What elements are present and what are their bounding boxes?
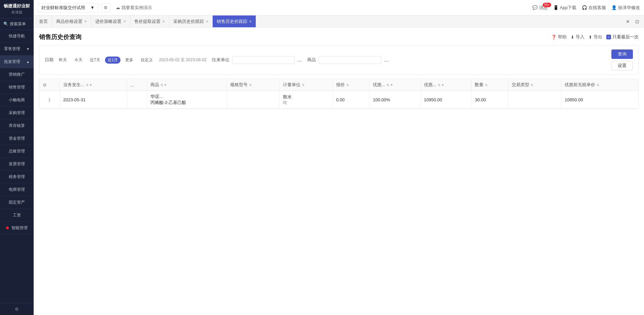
cell-qty: 30.00 — [471, 91, 508, 109]
tab-sales-history[interactable]: 销售历史价跟踪 × — [213, 15, 256, 27]
th-dots-label: ... — [131, 82, 134, 88]
only-last-label: 只看最后一次 — [612, 34, 639, 40]
sort-qty-icon[interactable]: ⇅ — [485, 83, 488, 87]
query-button[interactable]: 查询 — [611, 49, 633, 59]
user-name: 徐泽华修改 — [618, 5, 640, 11]
filter-date-icon[interactable]: ▼ — [89, 83, 93, 87]
version-selector[interactable]: 好业财标准版交付试用 ▼ — [38, 3, 98, 12]
sort-price-icon[interactable]: ⇅ — [346, 83, 349, 87]
source-unit-input[interactable] — [232, 56, 295, 64]
sort-pretax-price-icon[interactable]: ⇅ — [597, 83, 599, 87]
tab-close-price-extract[interactable]: × — [163, 19, 165, 24]
sort-trade-type-icon[interactable]: ⇅ — [531, 83, 533, 87]
table-header: ⚙ 业务发生... ⇅ ▼ ... — [39, 79, 638, 91]
table-row[interactable]: 1 2023-05-31 华谊... 丙烯酸-2-乙基己酯 散水吨 0.00 — [39, 91, 638, 109]
message-icon: 💬 — [532, 5, 538, 10]
table-header-row: ⚙ 业务发生... ⇅ ▼ ... — [39, 79, 638, 91]
cell-num: 1 — [39, 91, 60, 109]
sidebar-item-smart[interactable]: 智能管理 — [0, 222, 34, 235]
source-unit-dots[interactable]: ... — [297, 57, 302, 63]
date-7days[interactable]: 近7天 — [87, 57, 103, 64]
th-price: 报价 ⇅ — [332, 79, 369, 91]
only-last-checkbox[interactable]: ✓ 只看最后一次 — [606, 34, 639, 40]
sort-unit-icon[interactable]: ⇅ — [302, 83, 305, 87]
date-today[interactable]: 今天 — [72, 57, 85, 64]
date-more[interactable]: 更多 — [122, 57, 136, 64]
date-yesterday[interactable]: 昨天 — [56, 57, 70, 64]
sort-date-icon[interactable]: ⇅ — [86, 83, 88, 87]
th-date-label: 业务发生... — [63, 82, 84, 88]
app-download-button[interactable]: 📱 App下载 — [553, 5, 576, 11]
sidebar-item-ledger[interactable]: 总账管理 — [0, 145, 34, 158]
tab-price-settings[interactable]: 商品价格设置 × — [52, 15, 91, 27]
date-1month[interactable]: 近1月 — [105, 57, 121, 64]
page-title: 销售历史价查询 — [39, 33, 81, 41]
sidebar-search[interactable]: 🔍 搜索菜单 — [0, 19, 34, 30]
tab-panel-close-button[interactable]: ✕ — [624, 18, 632, 26]
sort-spec-icon[interactable]: ⇅ — [249, 83, 252, 87]
filter-discount2-icon[interactable]: ▼ — [441, 83, 444, 87]
product-input[interactable] — [319, 56, 381, 64]
retail-label: 零售管理 — [4, 46, 20, 52]
search-label: 搜索菜单 — [10, 21, 26, 27]
sidebar-item-retail[interactable]: 零售管理 ▼ — [0, 43, 34, 56]
sort-discount1-icon[interactable]: ⇅ — [387, 83, 389, 87]
cloud-icon: ☁ — [116, 5, 120, 10]
filter-discount1-icon[interactable]: ▼ — [390, 83, 393, 87]
sidebar-item-quick-nav[interactable]: 快捷导航 — [0, 30, 34, 43]
demo-label: 我要看实例演示 — [121, 5, 152, 11]
demo-button[interactable]: ☁ 我要看实例演示 — [116, 5, 152, 11]
finance-label: 资金管理 — [9, 136, 25, 141]
online-service-button[interactable]: 🎧 在线客服 — [582, 5, 606, 11]
messages-badge: 99+ — [543, 3, 551, 7]
user-profile[interactable]: 👤 徐泽华修改 — [611, 5, 640, 11]
messages-button[interactable]: 💬 消息 99+ — [532, 5, 548, 11]
tab-price-extract[interactable]: 售价提取设置 × — [130, 15, 169, 27]
sidebar-item-purchase[interactable]: 采购管理 — [0, 107, 34, 119]
th-date: 业务发生... ⇅ ▼ — [60, 79, 127, 91]
tab-close-purchase-strategy[interactable]: × — [123, 19, 126, 24]
date-custom[interactable]: 自定义 — [138, 57, 155, 64]
sidebar-item-invoice[interactable]: 发票管理 — [0, 158, 34, 171]
sort-discount2-icon[interactable]: ⇅ — [438, 83, 440, 87]
th-spec-label: 规格型号 — [230, 82, 248, 88]
sidebar-item-inventory[interactable]: 库存核算 — [0, 119, 34, 132]
sidebar-item-tax[interactable]: 税务管理 — [0, 171, 34, 183]
source-unit-label: 往来单位 — [212, 57, 229, 63]
filter-product-icon[interactable]: ▼ — [164, 83, 167, 87]
sidebar-item-finance[interactable]: 资金管理 — [0, 132, 34, 145]
th-discount2-label: 优惠... — [424, 82, 436, 88]
topbar: 好业财标准版交付试用 ▼ ⚙ ☁ 我要看实例演示 💬 消息 99+ 📱 App下… — [34, 0, 644, 15]
smart-dot — [6, 226, 9, 229]
tab-purchase-history[interactable]: 采购历史价跟踪 × — [169, 15, 213, 27]
app-download-label: App下载 — [560, 5, 576, 11]
sidebar-item-payroll[interactable]: 工资 — [0, 209, 34, 222]
sidebar-item-sales[interactable]: 销售管理 — [0, 81, 34, 94]
sidebar-item-marketing[interactable]: 营销推广 — [0, 68, 34, 81]
content-area: 销售历史价查询 ❓ 帮助 ⬇ 导入 ⬆ 导出 ✓ 只看最后一次 — [34, 28, 644, 315]
import-button[interactable]: ⬇ 导入 — [571, 34, 584, 40]
tab-close-price-settings[interactable]: × — [84, 19, 87, 24]
sort-product-icon[interactable]: ⇅ — [160, 83, 163, 87]
checkbox-checked-icon: ✓ — [606, 35, 611, 39]
product-dots[interactable]: ... — [384, 57, 388, 63]
sidebar-item-ecommerce[interactable]: 电商管理 — [0, 183, 34, 196]
product-filter-group: 商品 ... — [307, 56, 388, 64]
tab-purchase-strategy[interactable]: 进价策略设置 × — [91, 15, 130, 27]
th-gear[interactable]: ⚙ — [39, 79, 60, 91]
tab-close-sales-history[interactable]: × — [249, 19, 252, 24]
settings-button-filter[interactable]: 设置 — [611, 61, 633, 70]
sidebar-item-ecommerce-small[interactable]: 小畅电商 — [0, 94, 34, 107]
cell-discount1: 100.00% — [369, 91, 421, 109]
export-button[interactable]: ⬆ 导出 — [588, 34, 602, 40]
tab-home[interactable]: 首页 — [35, 15, 52, 27]
tab-close-purchase-history[interactable]: × — [206, 19, 208, 24]
sidebar-settings[interactable]: ⚙ — [0, 303, 34, 315]
sidebar-item-wholesale[interactable]: 批发管理 ▲ — [0, 56, 34, 68]
help-button[interactable]: ❓ 帮助 — [551, 34, 567, 40]
sidebar-item-assets[interactable]: 固定资产 — [0, 196, 34, 209]
tab-panel-expand-button[interactable]: ⊡ — [633, 18, 641, 26]
date-filter: 昨天 今天 近7天 近1月 更多 自定义 — [56, 57, 155, 64]
column-settings-icon[interactable]: ⚙ — [43, 82, 47, 88]
settings-button[interactable]: ⚙ — [101, 3, 110, 12]
